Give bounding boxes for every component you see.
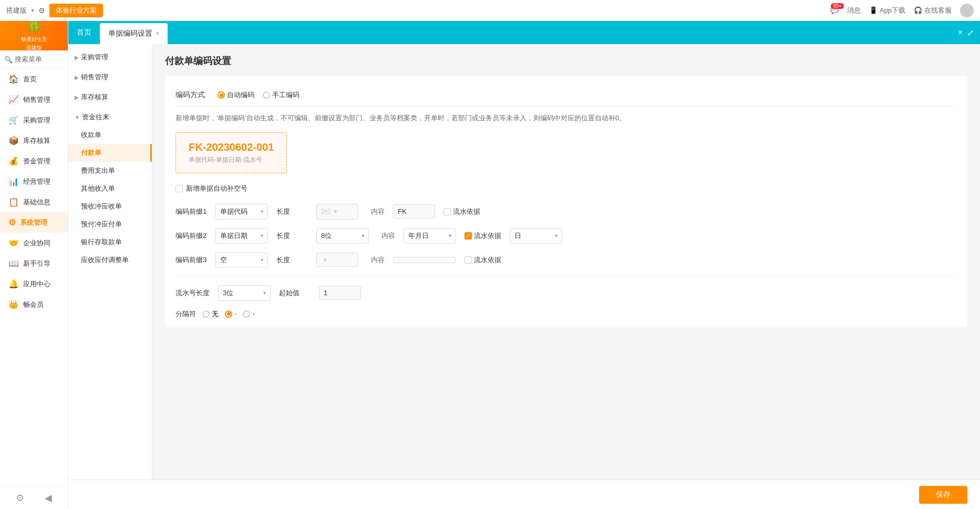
- prefix3-select[interactable]: 空 ▾: [215, 252, 268, 268]
- minimize-icon[interactable]: ×: [958, 28, 963, 37]
- serial3-checkbox[interactable]: [465, 256, 472, 264]
- sep-none-option[interactable]: 无: [202, 309, 219, 319]
- serial1-checkbox[interactable]: [443, 208, 451, 215]
- sub-item-payment[interactable]: 付款单: [68, 144, 152, 162]
- sidebar-item-basic[interactable]: 📋 基础信息: [0, 192, 68, 212]
- home-icon: 🏠: [8, 74, 19, 84]
- encoding-method-label: 编码方式: [176, 90, 205, 100]
- sidebar-item-finance[interactable]: 💰 资金管理: [0, 151, 68, 171]
- dropdown-arrow-icon[interactable]: ▾: [31, 7, 34, 14]
- operations-icon: 📊: [8, 176, 19, 186]
- serial2-checkbox[interactable]: ✓: [465, 232, 472, 240]
- date-unit-select[interactable]: 日 ▾: [510, 228, 562, 244]
- sub-item-advance-receipt[interactable]: 预收冲应收单: [68, 198, 152, 215]
- sep-dot-option[interactable]: ·: [225, 309, 236, 319]
- sub-item-expense[interactable]: 费用支出单: [68, 162, 152, 180]
- start-value-input[interactable]: 1: [319, 286, 361, 300]
- length2-select[interactable]: 8位 ▾: [316, 228, 369, 244]
- sep-none-label: 无: [212, 309, 219, 319]
- sidebar-item-home[interactable]: 🏠 首页: [0, 69, 68, 89]
- sidebar-item-apps[interactable]: 🔔 应用中心: [0, 274, 68, 294]
- auto-fill-checkbox[interactable]: [176, 185, 183, 192]
- sub-item-adjustment[interactable]: 应收应付调整单: [68, 251, 152, 269]
- sidebar-item-operations[interactable]: 📊 经营管理: [0, 171, 68, 192]
- maximize-icon[interactable]: ⤢: [967, 28, 974, 38]
- prefix2-select[interactable]: 单据日期 ▾: [215, 228, 268, 244]
- sub-group-funds-title[interactable]: ▼ 资金往来: [68, 108, 152, 126]
- serial-length-select[interactable]: 3位 ▾: [218, 285, 271, 301]
- sub-sidebar: ▶ 采购管理 ▶ 销售管理 ▶ 库存核算: [68, 44, 152, 480]
- length1-select[interactable]: 2位 ▾: [316, 204, 358, 220]
- manual-encoding-option[interactable]: 手工编码: [263, 90, 300, 100]
- gear-icon[interactable]: ⚙: [38, 6, 45, 15]
- sidebar-item-enterprise[interactable]: 🤝 企业协同: [0, 233, 68, 253]
- app-download-button[interactable]: 📱 App下载: [869, 6, 905, 15]
- sidebar-item-purchase-label: 采购管理: [23, 116, 50, 125]
- sep-dash-radio[interactable]: [243, 310, 250, 318]
- separator-label: 分隔符: [176, 309, 196, 319]
- content2-arrow-icon: ▾: [449, 233, 451, 238]
- sep-dot-indicator: [227, 312, 231, 316]
- date-unit-arrow-icon: ▾: [555, 233, 558, 238]
- chevron-down-icon: ▼: [75, 115, 80, 120]
- sidebar-item-operations-label: 经营管理: [23, 177, 50, 186]
- length3-select[interactable]: ▾: [316, 253, 358, 267]
- serial3-checkbox-row[interactable]: 流水依据: [465, 255, 501, 265]
- chevron-right-icon: ▶: [75, 55, 79, 60]
- tab-close-icon[interactable]: ×: [156, 30, 159, 37]
- serial2-label: 流水依据: [474, 231, 501, 241]
- sidebar-search[interactable]: 🔍 搜索菜单: [0, 50, 68, 69]
- trial-button[interactable]: 体验行业方案: [49, 4, 103, 17]
- sep-none-radio[interactable]: [202, 310, 210, 318]
- sidebar-item-sales-label: 销售管理: [23, 95, 50, 105]
- sidebar-item-membership[interactable]: 👑 畅会员: [0, 294, 68, 315]
- sep-dot-symbol: ·: [234, 309, 236, 319]
- messages-button[interactable]: 💬 99+: [830, 6, 839, 14]
- sub-item-receipt[interactable]: 收款单: [68, 126, 152, 144]
- sidebar-item-guide[interactable]: 📖 新手引导: [0, 253, 68, 274]
- auto-encoding-radio[interactable]: [218, 91, 225, 99]
- sidebar-item-purchase[interactable]: 🛒 采购管理: [0, 110, 68, 130]
- serial1-checkbox-row[interactable]: 流水依据: [443, 207, 480, 216]
- sidebar-item-enterprise-label: 企业协同: [23, 238, 50, 248]
- content2-select[interactable]: 年月日 ▾: [404, 228, 456, 244]
- serial2-checkbox-row[interactable]: ✓ 流水依据: [465, 231, 501, 241]
- sub-item-other-income[interactable]: 其他收入单: [68, 180, 152, 198]
- settings-icon[interactable]: ⚙: [16, 492, 24, 504]
- tab-home[interactable]: 首页: [68, 21, 100, 44]
- tab-encoding-settings[interactable]: 单据编码设置 ×: [100, 23, 168, 44]
- sub-group-purchase-label: 采购管理: [81, 53, 108, 62]
- avatar[interactable]: [960, 4, 974, 17]
- collapse-icon[interactable]: ◀: [45, 492, 52, 504]
- search-label: 搜索菜单: [15, 55, 42, 64]
- prefix1-arrow-icon: ▾: [261, 209, 263, 214]
- sep-dot-radio[interactable]: [225, 310, 232, 318]
- online-service-button[interactable]: 🎧 在线客服: [914, 6, 952, 15]
- content3-value: [393, 257, 456, 263]
- sub-group-inventory-title[interactable]: ▶ 库存核算: [68, 88, 152, 106]
- sidebar-item-membership-label: 畅会员: [23, 300, 44, 309]
- sidebar-item-home-label: 首页: [23, 75, 37, 84]
- sub-group-purchase-title[interactable]: ▶ 采购管理: [68, 48, 152, 66]
- prefix-row-2: 编码前缀2 单据日期 ▾ 长度 8位 ▾ 内容 年月日: [176, 228, 957, 244]
- sub-group-sales-label: 销售管理: [81, 72, 108, 82]
- sidebar-item-inventory[interactable]: 📦 库存核算: [0, 130, 68, 151]
- sub-group-sales-title[interactable]: ▶ 销售管理: [68, 68, 152, 86]
- sep-dash-option[interactable]: ·: [243, 309, 254, 319]
- messages-label[interactable]: 消息: [847, 6, 861, 15]
- sub-item-bank[interactable]: 银行存取款单: [68, 233, 152, 251]
- auto-encoding-option[interactable]: 自动编码: [218, 90, 254, 100]
- prefix1-select[interactable]: 单据代码 ▾: [215, 204, 268, 220]
- purchase-icon: 🛒: [8, 115, 19, 125]
- prefix2-value: 单据日期: [220, 231, 247, 241]
- membership-icon: 👑: [8, 299, 19, 309]
- guide-icon: 📖: [8, 258, 19, 268]
- manual-encoding-radio[interactable]: [263, 91, 270, 99]
- sidebar-item-system[interactable]: ⚙ 系统管理: [0, 212, 68, 233]
- auto-fill-row[interactable]: 新增单据自动补空号: [176, 184, 957, 193]
- sidebar-bottom: ⚙ ◀: [0, 486, 68, 509]
- sales-icon: 📈: [8, 95, 19, 105]
- sidebar-item-sales[interactable]: 📈 销售管理: [0, 89, 68, 110]
- save-button[interactable]: 保存: [919, 486, 967, 504]
- sub-item-advance-payment[interactable]: 预付冲应付单: [68, 215, 152, 233]
